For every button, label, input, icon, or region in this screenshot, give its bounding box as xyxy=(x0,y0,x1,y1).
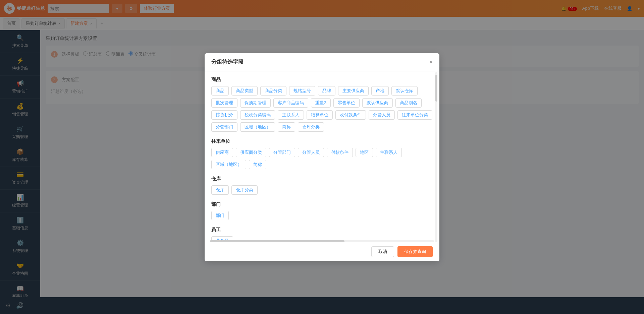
field-tag-partner-payment[interactable]: 付款条件 xyxy=(327,148,353,157)
field-tag-pick-score[interactable]: 拣货积分 xyxy=(211,110,237,120)
field-tag-tax-code[interactable]: 税收分类编码 xyxy=(240,110,275,120)
horizontal-scrollbar-track xyxy=(210,240,434,242)
field-tag-main-contact[interactable]: 主联系人 xyxy=(278,110,304,120)
field-tag-origin[interactable]: 产地 xyxy=(371,86,389,96)
scrollbar-track xyxy=(435,72,437,242)
field-tag-partner-supervisor[interactable]: 分管人员 xyxy=(298,148,324,157)
modal-body: 商品 商品 商品类型 商品分类 规格型号 品牌 主要供应商 产地 默认仓库 批次… xyxy=(205,71,439,242)
field-tag-partner-contact[interactable]: 主联系人 xyxy=(376,148,402,157)
field-group-employee-title: 员工 xyxy=(211,227,433,233)
field-tag-warehouse[interactable]: 仓库 xyxy=(211,185,229,195)
field-tag-default-supplier[interactable]: 默认供应商 xyxy=(362,98,393,108)
field-tag-partner-category[interactable]: 往来单位分类 xyxy=(397,110,432,120)
horizontal-scrollbar-thumb xyxy=(210,240,344,242)
field-tag-partner-dept[interactable]: 分管部门 xyxy=(269,148,295,157)
field-select-modal: 分组待选字段 × 商品 商品 商品类型 商品分类 规格型号 品牌 主要供应商 产… xyxy=(205,53,439,261)
field-tag-partner-region[interactable]: 区域（地区） xyxy=(211,160,246,169)
field-tag-batch-mgmt[interactable]: 批次管理 xyxy=(211,98,237,108)
field-tag-product[interactable]: 商品 xyxy=(211,86,229,96)
field-tag-product-type[interactable]: 商品类型 xyxy=(231,86,258,96)
modal-overlay: 分组待选字段 × 商品 商品 商品类型 商品分类 规格型号 品牌 主要供应商 产… xyxy=(0,0,644,314)
field-tag-shelf-life[interactable]: 保质期管理 xyxy=(240,98,271,108)
field-group-partner: 往来单位 供应商 供应商分类 分管部门 分管人员 付款条件 地区 主联系人 区域… xyxy=(211,138,433,169)
field-tag-supervisor[interactable]: 分管人员 xyxy=(369,110,395,120)
field-tag-spec-model[interactable]: 规格型号 xyxy=(289,86,315,96)
field-group-partner-title: 往来单位 xyxy=(211,138,433,144)
modal-footer: 取消 保存并查询 xyxy=(205,242,439,261)
field-tag-supplier[interactable]: 供应商 xyxy=(211,148,233,157)
cancel-button[interactable]: 取消 xyxy=(371,246,394,257)
field-tag-payment-terms[interactable]: 收付款条件 xyxy=(335,110,366,120)
field-tags-department: 部门 xyxy=(211,211,433,220)
field-tags-partner: 供应商 供应商分类 分管部门 分管人员 付款条件 地区 主联系人 区域（地区） … xyxy=(211,148,433,169)
field-group-department-title: 部门 xyxy=(211,201,433,207)
field-tags-warehouse: 仓库 仓库分类 xyxy=(211,185,433,195)
field-tag-retail-unit[interactable]: 零售单位 xyxy=(333,98,360,108)
field-tag-default-warehouse[interactable]: 默认仓库 xyxy=(391,86,418,96)
field-tag-settlement-unit[interactable]: 结算单位 xyxy=(307,110,333,120)
confirm-button[interactable]: 保存并查询 xyxy=(397,246,433,257)
field-tag-department[interactable]: 部门 xyxy=(211,211,229,220)
field-tags-product: 商品 商品类型 商品分类 规格型号 品牌 主要供应商 产地 默认仓库 批次管理 … xyxy=(211,86,433,132)
field-tag-brand[interactable]: 品牌 xyxy=(318,86,335,96)
field-tag-short-name[interactable]: 简称 xyxy=(278,122,295,132)
modal-header: 分组待选字段 × xyxy=(205,53,439,71)
field-tag-warehouse-cat[interactable]: 仓库分类 xyxy=(231,185,258,195)
modal-close-button[interactable]: × xyxy=(429,59,433,66)
scrollbar-thumb xyxy=(435,75,437,102)
field-tag-main-supplier[interactable]: 主要供应商 xyxy=(338,86,369,96)
field-tag-region[interactable]: 区域（地区） xyxy=(240,122,275,132)
field-group-product-title: 商品 xyxy=(211,77,433,83)
field-group-warehouse-title: 仓库 xyxy=(211,176,433,182)
field-tag-warehouse-category[interactable]: 仓库分类 xyxy=(298,122,324,132)
field-group-employee: 员工 业务员 xyxy=(211,227,433,242)
field-group-product: 商品 商品 商品类型 商品分类 规格型号 品牌 主要供应商 产地 默认仓库 批次… xyxy=(211,77,433,132)
field-group-warehouse: 仓库 仓库 仓库分类 xyxy=(211,176,433,195)
field-tag-supplier-category[interactable]: 供应商分类 xyxy=(236,148,266,157)
field-tag-weight[interactable]: 重量3 xyxy=(311,98,331,108)
field-tag-dept[interactable]: 分管部门 xyxy=(211,122,237,132)
field-tag-partner-area[interactable]: 地区 xyxy=(356,148,373,157)
field-tag-product-category[interactable]: 商品分类 xyxy=(260,86,286,96)
field-tag-partner-short[interactable]: 简称 xyxy=(249,160,266,169)
field-tag-customer-code[interactable]: 客户商品编码 xyxy=(273,98,308,108)
field-tag-product-alias[interactable]: 商品别名 xyxy=(395,98,422,108)
modal-title: 分组待选字段 xyxy=(211,59,244,66)
field-group-department: 部门 部门 xyxy=(211,201,433,220)
